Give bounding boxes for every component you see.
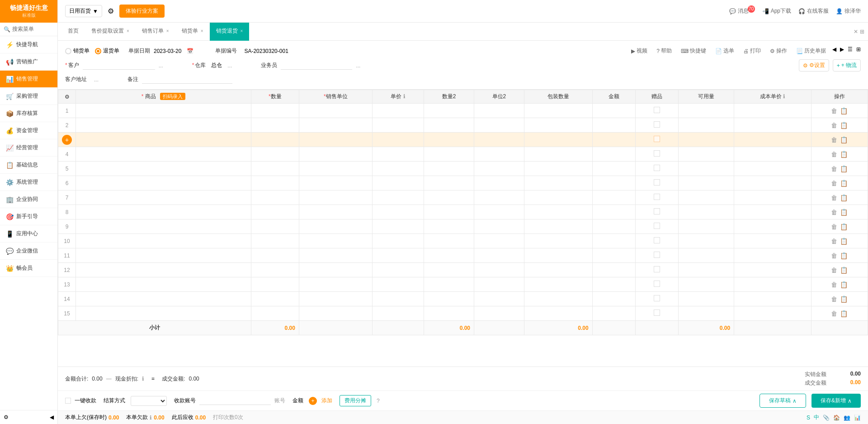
row-2-copy-icon[interactable]: 📋 [840, 122, 848, 129]
radio-sales[interactable]: 销货单 [65, 47, 90, 55]
sidebar-item-inventory[interactable]: 📦 库存核算 [0, 105, 57, 122]
remark-input[interactable] [142, 75, 232, 84]
row-2-gift[interactable] [635, 118, 678, 133]
delete-icon[interactable]: 🗑 [831, 194, 837, 201]
copy-icon[interactable]: 📋 [840, 267, 848, 274]
copy-icon[interactable]: 📋 [840, 194, 848, 201]
settings-icon[interactable]: ⚙ [4, 414, 9, 420]
radio-return[interactable]: 退货单 [95, 47, 119, 55]
row-2-goods[interactable] [76, 118, 251, 133]
row-2-pack-qty[interactable] [524, 118, 592, 133]
copy-icon[interactable]: 📋 [840, 281, 848, 288]
row-3-available[interactable] [679, 133, 734, 147]
row-1-pack-qty[interactable] [524, 104, 592, 118]
bottom-icon-3[interactable]: 📎 [823, 414, 830, 421]
method-select[interactable] [131, 396, 167, 406]
bottom-icon-5[interactable]: 👥 [844, 414, 850, 421]
bottom-icon-1[interactable]: S [807, 414, 810, 421]
copy-icon[interactable]: 📋 [840, 151, 848, 158]
row-1-copy-icon[interactable]: 📋 [840, 107, 848, 114]
row-1-gift[interactable] [635, 104, 678, 118]
row-2-sales-unit[interactable] [299, 118, 372, 133]
row-2-cost-price[interactable] [734, 118, 811, 133]
row-1-unit2[interactable] [474, 104, 524, 118]
video-btn[interactable]: ▶ 视频 [628, 46, 650, 56]
nav-prev-icon[interactable]: ◀ [832, 46, 836, 56]
shortcut-btn[interactable]: ⌨ 快捷键 [678, 46, 709, 56]
row-1-goods[interactable] [76, 104, 251, 118]
account-dots[interactable]: 账号 [274, 397, 285, 405]
tab-sales-order[interactable]: 销售订单 × [136, 23, 175, 41]
row-3-amount[interactable] [592, 133, 635, 147]
row-1-sales-unit[interactable] [299, 104, 372, 118]
sidebar-item-app-center[interactable]: 📱 应用中心 [0, 225, 57, 243]
salesperson-dots[interactable]: ... [356, 62, 360, 69]
delete-icon[interactable]: 🗑 [831, 180, 837, 187]
sidebar-item-finance[interactable]: 💰 资金管理 [0, 122, 57, 139]
row-3-pack-qty[interactable] [524, 133, 592, 147]
sidebar-item-purchase[interactable]: 🛒 采购管理 [0, 88, 57, 105]
delete-icon[interactable]: 🗑 [831, 238, 837, 245]
row-2-available[interactable] [679, 118, 734, 133]
print-btn[interactable]: 🖨 打印 [741, 46, 764, 56]
row-3-sales-unit[interactable] [299, 133, 372, 147]
settings-gear-icon[interactable]: ⚙ [108, 7, 114, 15]
add-row-btn[interactable]: + [62, 135, 72, 145]
view-list-icon[interactable]: ☰ [848, 46, 853, 56]
sidebar-item-newbie[interactable]: 🎯 新手引导 [0, 208, 57, 225]
tab-sales-delivery-close[interactable]: × [201, 29, 203, 33]
row-3-cost-price[interactable] [734, 133, 811, 147]
help-btn[interactable]: ? 帮助 [654, 46, 675, 56]
row-1-cost-price[interactable] [734, 104, 811, 118]
sidebar-item-basic-info[interactable]: 📋 基础信息 [0, 157, 57, 174]
sidebar-item-marketing[interactable]: 📢 营销推广 [0, 53, 57, 71]
copy-icon[interactable]: 📋 [840, 180, 848, 187]
copy-icon[interactable]: 📋 [840, 238, 848, 245]
row-2-qty2[interactable] [424, 118, 474, 133]
sidebar-item-wechat[interactable]: 💬 企业微信 [0, 243, 57, 260]
account-input[interactable] [199, 396, 271, 405]
trial-btn[interactable]: 体验行业方案 [119, 5, 165, 18]
customer-dots[interactable]: ... [159, 62, 163, 69]
info-icon-2[interactable]: ℹ [150, 414, 152, 421]
delete-icon[interactable]: 🗑 [831, 209, 837, 216]
delete-icon[interactable]: 🗑 [831, 281, 837, 288]
salesperson-input[interactable] [281, 61, 352, 70]
tab-home[interactable]: 首页 [61, 23, 85, 41]
row-2-unit2[interactable] [474, 118, 524, 133]
messages-item[interactable]: 💬 消息 70 [729, 7, 755, 15]
online-service-item[interactable]: 🎧 在线客服 [798, 7, 829, 15]
tab-sales-delivery[interactable]: 销货单 × [175, 23, 210, 41]
row-3-gift[interactable] [635, 133, 678, 147]
copy-icon[interactable]: 📋 [840, 295, 848, 303]
unit-price-info-icon[interactable]: ℹ [403, 93, 406, 100]
delete-icon[interactable]: 🗑 [831, 223, 837, 230]
delete-icon[interactable]: 🗑 [831, 310, 837, 317]
copy-icon[interactable]: 📋 [840, 310, 848, 317]
sidebar-item-system[interactable]: ⚙️ 系统管理 [0, 174, 57, 191]
sidebar-item-quick-nav[interactable]: ⚡ 快捷导航 [0, 36, 57, 53]
delete-icon[interactable]: 🗑 [831, 252, 837, 259]
delete-icon[interactable]: 🗑 [831, 151, 837, 158]
bottom-icon-2[interactable]: 中 [814, 414, 819, 421]
user-profile-item[interactable]: 👤 徐泽华 [836, 7, 861, 15]
delete-icon[interactable]: 🗑 [831, 165, 837, 172]
row-3-qty[interactable] [251, 133, 299, 147]
calendar-icon[interactable]: 📅 [187, 48, 193, 54]
row-3-add-btn[interactable]: + [58, 133, 76, 147]
row-1-delete-icon[interactable]: 🗑 [831, 107, 837, 114]
setting-btn[interactable]: ⚙ ⚙设置 [799, 59, 829, 71]
copy-icon[interactable]: 📋 [840, 223, 848, 230]
row-1-qty[interactable] [251, 104, 299, 118]
material-btn[interactable]: + + 物流 [833, 59, 861, 71]
address-dots[interactable]: ... [94, 76, 99, 83]
view-grid-icon[interactable]: ⊞ [856, 46, 861, 56]
customer-input[interactable] [83, 61, 155, 70]
add-payment-btn[interactable]: + [309, 397, 317, 405]
operate-btn[interactable]: ⚙ 操作 [767, 46, 790, 56]
tab-price-setting[interactable]: 售价提取设置 × [85, 23, 136, 41]
tab-sales-return[interactable]: 销货退货 × [210, 23, 250, 41]
tab-sales-order-close[interactable]: × [166, 29, 169, 33]
col-setting-header[interactable]: ⚙ [58, 90, 76, 104]
row-1-unit-price[interactable] [372, 104, 424, 118]
